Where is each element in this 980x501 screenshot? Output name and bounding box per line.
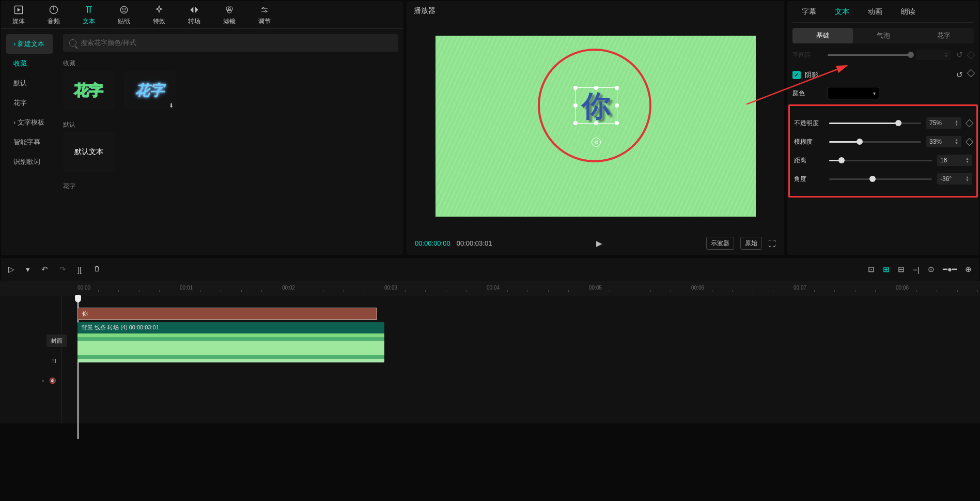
time-mark: 00:06 (691, 285, 704, 291)
shadow-label: 阴影 (805, 70, 952, 80)
blur-slider[interactable] (829, 141, 921, 143)
timeline-tool-2[interactable]: ⊞ (883, 265, 890, 274)
delete-tool[interactable] (93, 265, 101, 274)
resize-handle-tr[interactable] (615, 86, 619, 90)
subtab-basic[interactable]: 基础 (792, 28, 853, 43)
right-tab-subtitle[interactable]: 字幕 (792, 1, 826, 22)
keyframe-blur[interactable] (966, 138, 974, 146)
svg-point-3 (122, 8, 123, 9)
timeline-slider[interactable]: ━●━ (943, 265, 957, 274)
svg-point-9 (265, 10, 267, 12)
timeline-tool-3[interactable]: ⊟ (898, 265, 905, 274)
tab-text[interactable]: 文本 (71, 1, 106, 28)
timeline-zoom-out[interactable]: −| (913, 265, 920, 274)
text-icon (83, 4, 95, 16)
tab-effect[interactable]: 特效 (142, 1, 177, 28)
section-defaults-title: 默认 (63, 120, 398, 129)
distance-slider[interactable] (829, 160, 932, 161)
text-sidebar: 新建文本 收藏 默认 花字 文字模板 智能字幕 识别歌词 (1, 29, 58, 199)
asset-default-text[interactable]: 默认文本 (63, 132, 115, 172)
dropdown-tool[interactable]: ▾ (26, 265, 30, 274)
opacity-slider[interactable] (829, 123, 921, 124)
keyframe-opacity[interactable] (966, 119, 974, 127)
opacity-value[interactable]: 75%▲▼ (926, 117, 961, 129)
cover-button[interactable]: 封面 (46, 335, 67, 347)
resize-handle-tl[interactable] (573, 86, 578, 90)
subtab-bubble[interactable]: 气泡 (853, 28, 913, 43)
sidebar-item-huazi[interactable]: 花字 (6, 93, 53, 113)
split-tool[interactable]: ][ (77, 265, 82, 274)
time-mark: 00:08 (896, 285, 909, 291)
svg-point-8 (262, 7, 264, 9)
tab-filter[interactable]: 滤镜 (212, 1, 247, 28)
player-viewport[interactable]: 你 ⟲ (407, 21, 784, 232)
resize-handle-l[interactable] (573, 103, 578, 108)
color-label: 颜色 (792, 89, 822, 98)
asset-huazi-2[interactable]: 花字⬇ (124, 71, 176, 110)
timeline-ruler[interactable]: 00:0000:0100:0200:0300:0400:0500:0600:07… (0, 281, 980, 296)
resize-handle-t[interactable] (594, 86, 598, 90)
pointer-tool[interactable]: ▷ (8, 265, 14, 274)
right-tab-animation[interactable]: 动画 (859, 1, 892, 22)
timeline-zoom-in[interactable]: ⊙ (928, 265, 935, 274)
svg-point-7 (227, 9, 231, 13)
sidebar-item-auto-subtitle[interactable]: 智能字幕 (6, 132, 53, 152)
opacity-label: 不透明度 (794, 119, 824, 128)
tab-transition[interactable]: 转场 (177, 1, 212, 28)
keyframe-shadow[interactable] (967, 69, 975, 78)
disabled-spacing-slider: 字间距 ▲▼ ↺ (792, 50, 974, 60)
right-tab-text[interactable]: 文本 (826, 1, 859, 22)
sidebar-item-default[interactable]: 默认 (6, 73, 53, 93)
play-button[interactable]: ▶ (596, 239, 602, 248)
time-mark: 00:07 (794, 285, 806, 291)
right-tab-read[interactable]: 朗读 (892, 1, 925, 22)
timeline-body[interactable]: TI ▫ 🔇 封面 你 背景 线条 转场 (4) 00:00:03:01 (0, 296, 980, 423)
time-mark: 00:01 (180, 285, 193, 291)
asset-huazi-1[interactable]: 花字 (63, 71, 115, 110)
video-clip[interactable]: 背景 线条 转场 (4) 00:00:03:01 (77, 322, 384, 362)
tab-audio[interactable]: 音频 (36, 1, 71, 28)
filter-icon (224, 4, 235, 16)
sidebar-item-lyric-recognize[interactable]: 识别歌词 (6, 152, 53, 172)
undo-button[interactable]: ↶ (41, 265, 48, 274)
blur-value[interactable]: 33%▲▼ (926, 136, 961, 147)
resize-handle-b[interactable] (594, 121, 598, 125)
reset-shadow[interactable]: ↺ (956, 70, 963, 80)
time-mark: 00:05 (589, 285, 602, 291)
fullscreen-button[interactable]: ⛶ (768, 239, 776, 248)
color-dropdown[interactable]: ▾ (828, 87, 879, 99)
sidebar-item-text-template[interactable]: 文字模板 (6, 113, 53, 132)
tab-media[interactable]: 媒体 (1, 1, 36, 28)
search-icon (69, 39, 76, 47)
resize-handle-bl[interactable] (573, 121, 578, 125)
media-icon (13, 4, 24, 16)
resize-handle-r[interactable] (615, 103, 619, 108)
angle-value[interactable]: -36°▲▼ (937, 173, 972, 185)
player-title: 播放器 (407, 1, 784, 21)
original-button[interactable]: 原始 (740, 237, 762, 250)
redo-button[interactable]: ↷ (59, 265, 66, 274)
annotation-rect: 不透明度 75%▲▼ 模糊度 33%▲▼ 距离 16▲▼ 角度 -36°▲▼ (788, 104, 978, 198)
distance-value[interactable]: 16▲▼ (937, 155, 972, 166)
resize-handle-br[interactable] (615, 121, 619, 125)
tab-sticker[interactable]: 贴纸 (106, 1, 142, 28)
scope-button[interactable]: 示波器 (706, 237, 734, 250)
time-mark: 00:02 (282, 285, 295, 291)
sticker-icon (118, 4, 130, 16)
subtab-huazi[interactable]: 花字 (913, 28, 974, 43)
timeline-fit[interactable]: ⊕ (965, 265, 972, 274)
timeline-tool-1[interactable]: ⊡ (868, 265, 875, 274)
shadow-checkbox[interactable] (792, 71, 801, 79)
search-input[interactable]: 搜索花字颜色/样式 (63, 34, 398, 52)
angle-slider[interactable] (829, 178, 932, 180)
rotate-handle[interactable]: ⟲ (592, 138, 601, 147)
text-clip[interactable]: 你 (77, 308, 377, 320)
svg-point-4 (125, 8, 126, 9)
text-selection[interactable]: 你 ⟲ (575, 87, 617, 124)
preview-canvas[interactable]: 你 ⟲ (435, 36, 756, 217)
mute-icon[interactable]: 🔇 (49, 377, 56, 384)
angle-label: 角度 (794, 175, 824, 184)
sidebar-item-favorites[interactable]: 收藏 (6, 54, 53, 73)
sidebar-item-new-text[interactable]: 新建文本 (6, 34, 53, 54)
tab-adjust[interactable]: 调节 (247, 1, 282, 28)
